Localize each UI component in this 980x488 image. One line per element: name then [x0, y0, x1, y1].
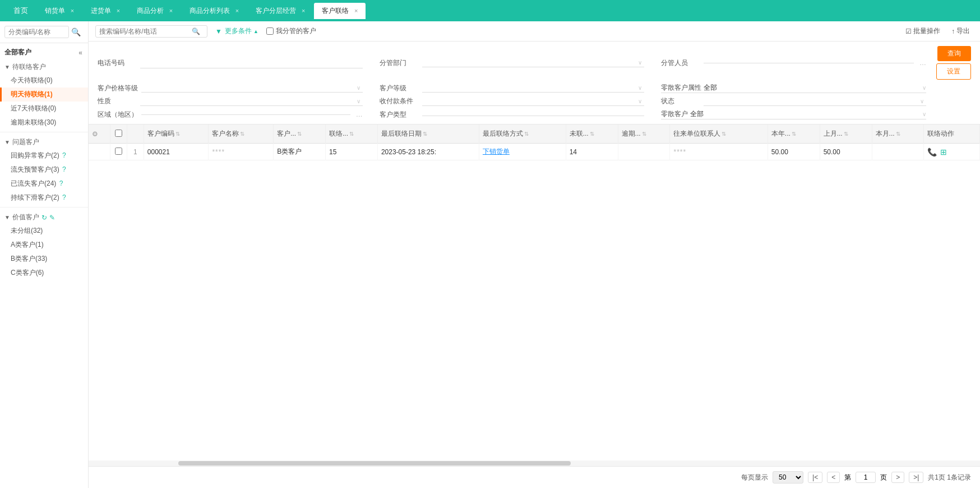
- customer-type-select[interactable]: [422, 113, 645, 116]
- filter-search-icon[interactable]: 🔍: [192, 27, 200, 35]
- nav-home[interactable]: 首页: [6, 2, 36, 19]
- sort-icon-code[interactable]: ⇅: [175, 131, 180, 137]
- sort-icon-method[interactable]: ⇅: [524, 131, 529, 137]
- export-button[interactable]: ↑ 导出: [948, 25, 973, 38]
- customer-level-chevron-icon: ∨: [638, 85, 642, 91]
- filter-row-2: 客户价格等级 ∨ 客户等级 ∨ 零散客户属性 全部: [98, 83, 971, 93]
- th-settings[interactable]: ⚙: [89, 125, 110, 144]
- nav-product-analysis[interactable]: 商品分析 ×: [129, 3, 181, 19]
- customer-type-label: 客户类型: [380, 110, 419, 119]
- sidebar-item-7day-pending[interactable]: 近7天待联络(0): [0, 102, 88, 116]
- value-refresh-icon[interactable]: ↻: [41, 214, 47, 222]
- sort-icon-type[interactable]: ⇅: [297, 131, 302, 137]
- info-icon-abnormal: ?: [62, 151, 66, 159]
- info-icon-churn-warning: ?: [62, 165, 66, 173]
- customer-price-select[interactable]: ∨: [141, 84, 363, 93]
- nav-purchase-order[interactable]: 进货单 ×: [83, 3, 128, 19]
- manager-dots-icon[interactable]: …: [919, 59, 926, 67]
- sidebar-item-overdue-pending[interactable]: 逾期未联络(30): [0, 116, 88, 130]
- action-phone-icon[interactable]: 📞: [927, 148, 937, 156]
- sidebar-item-churn-warning[interactable]: 流失预警客户(3) ?: [0, 163, 88, 177]
- th-last-contact-date: 最后联络日期⇅: [377, 125, 479, 144]
- action-grid-icon[interactable]: ⊞: [940, 148, 947, 156]
- value-group-title: ▼ 价值客户 ↻ ✎: [0, 210, 88, 224]
- scrollbar-thumb[interactable]: [178, 461, 571, 466]
- phone-input[interactable]: [140, 58, 363, 68]
- prev-page-button[interactable]: <: [827, 472, 840, 483]
- last-page-button[interactable]: >|: [909, 472, 923, 483]
- sort-icon-this-year[interactable]: ⇅: [792, 131, 796, 137]
- sidebar-item-b-class[interactable]: B类客户(33): [0, 252, 88, 266]
- sidebar-item-tomorrow-pending[interactable]: 明天待联络(1): [0, 88, 88, 102]
- more-conditions-chevron: ▲: [253, 29, 258, 34]
- sidebar-search-icon[interactable]: 🔍: [71, 27, 81, 36]
- sidebar-item-today-pending[interactable]: 今天待联络(0): [0, 73, 88, 88]
- data-table-area: ⚙ 客户编码⇅ 客户名称⇅ 客户...⇅ 联络...⇅ 最后联络日期⇅ 最后联络…: [89, 125, 980, 461]
- first-page-button[interactable]: |<: [808, 472, 822, 483]
- customer-level-select[interactable]: ∨: [422, 84, 645, 93]
- row-contacts: 15: [326, 144, 378, 160]
- settings-button[interactable]: 设置: [936, 63, 971, 80]
- nav-customer-tier-close[interactable]: ×: [302, 7, 305, 14]
- value-group-arrow: ▼: [4, 214, 10, 220]
- sidebar-item-churned[interactable]: 已流失客户(24) ?: [0, 177, 88, 191]
- nav-product-analysis-close[interactable]: ×: [169, 7, 173, 14]
- page-number-input[interactable]: [856, 472, 876, 483]
- value-edit-icon[interactable]: ✎: [49, 214, 55, 222]
- sort-icon-name[interactable]: ⇅: [240, 131, 244, 137]
- dept-select[interactable]: ∨: [422, 58, 645, 67]
- nav-product-analysis-list[interactable]: 商品分析列表 ×: [182, 3, 247, 19]
- more-conditions-button[interactable]: ▼ 更多条件 ▲: [212, 25, 262, 38]
- sidebar-item-c-class[interactable]: C类客户(6): [0, 266, 88, 280]
- row-settings: [89, 144, 110, 160]
- sort-icon-overdue[interactable]: ⇅: [642, 131, 646, 137]
- payment-select[interactable]: ∨: [422, 97, 645, 106]
- all-customers-title: 全部客户 «: [0, 43, 88, 59]
- last-contact-method-link[interactable]: 下销货单: [483, 148, 510, 155]
- sort-icon-last-month[interactable]: ⇅: [844, 131, 848, 137]
- filter-cell-manager: 分管人员 …: [661, 58, 926, 68]
- nav-customer-contact-close[interactable]: ×: [354, 7, 358, 14]
- next-page-button[interactable]: >: [891, 472, 904, 483]
- retail-attr-field[interactable]: 零散客户属性 全部 ∨: [661, 83, 926, 93]
- row-action: 📞 ⊞: [924, 144, 980, 160]
- page-size-select[interactable]: 50 100 200: [773, 471, 803, 484]
- retail-customer-field[interactable]: 零散客户 全部 ∨: [661, 109, 926, 119]
- nav-sales-order-close[interactable]: ×: [71, 7, 74, 14]
- export-icon: ↑: [951, 27, 955, 35]
- sidebar-search-input[interactable]: [4, 26, 69, 38]
- filter-cell-gender: 性质 ∨: [98, 96, 363, 106]
- sort-icon-uncontact[interactable]: ⇅: [590, 131, 594, 137]
- row-last-month: 50.00: [820, 144, 872, 160]
- sort-icon-this-month[interactable]: ⇅: [896, 131, 900, 137]
- sort-icon-contacts[interactable]: ⇅: [349, 131, 354, 137]
- horizontal-scrollbar[interactable]: [89, 461, 980, 466]
- select-all-checkbox[interactable]: [115, 130, 122, 137]
- query-button[interactable]: 查询: [937, 46, 971, 61]
- filter-cell-customer-type: 客户类型: [380, 110, 645, 119]
- status-select[interactable]: ∨: [704, 97, 926, 106]
- gender-select[interactable]: ∨: [140, 97, 363, 106]
- nav-sales-order[interactable]: 销货单 ×: [37, 3, 82, 19]
- region-dots-icon[interactable]: …: [356, 111, 363, 118]
- status-chevron-icon: ∨: [920, 98, 924, 104]
- sidebar-item-a-class[interactable]: A类客户(1): [0, 238, 88, 252]
- nav-customer-contact[interactable]: 客户联络 ×: [314, 3, 366, 19]
- sidebar-item-declining[interactable]: 持续下滑客户(2) ?: [0, 191, 88, 205]
- nav-product-analysis-list-close[interactable]: ×: [235, 7, 239, 14]
- sidebar-item-abnormal[interactable]: 回购异常客户(2) ?: [0, 149, 88, 163]
- collapse-icon[interactable]: «: [78, 49, 82, 57]
- table-footer: 每页显示 50 100 200 |< < 第 页 > >| 共1页 1条记录: [89, 466, 980, 488]
- sidebar-item-ungroup[interactable]: 未分组(32): [0, 224, 88, 238]
- my-customers-checkbox[interactable]: [266, 27, 274, 35]
- batch-operation-button[interactable]: ☑ 批量操作: [902, 25, 944, 38]
- advanced-filter-panel: 电话号码 分管部门 ∨ 分管人员 … 查询: [89, 42, 980, 125]
- row-select-checkbox[interactable]: [115, 148, 122, 155]
- sort-icon-company[interactable]: ⇅: [722, 131, 726, 137]
- nav-customer-tier[interactable]: 客户分层经营 ×: [248, 3, 313, 19]
- sidebar: 🔍 全部客户 « ▼ 待联络客户 今天待联络(0) 明天待联络(1) 近7天待联…: [0, 21, 89, 488]
- filter-search-input[interactable]: [99, 27, 192, 35]
- gender-label: 性质: [98, 96, 137, 106]
- nav-purchase-order-close[interactable]: ×: [117, 7, 120, 14]
- sort-icon-date[interactable]: ⇅: [423, 131, 427, 137]
